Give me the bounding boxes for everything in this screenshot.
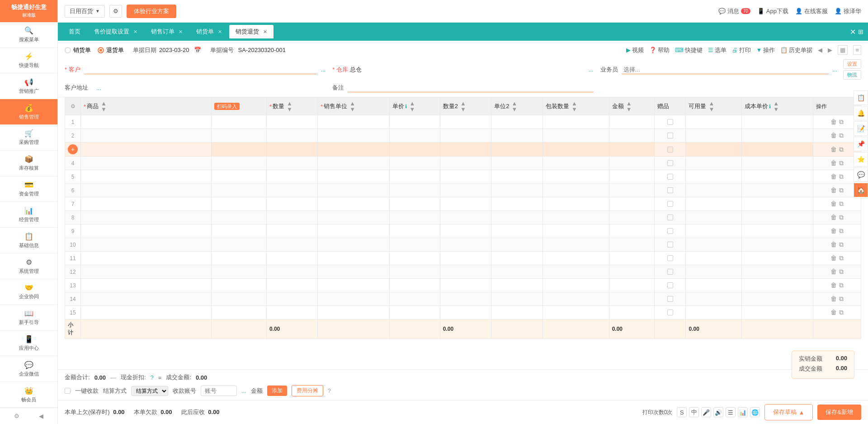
delete-row-icon[interactable]: 🗑: [830, 173, 837, 181]
amount-cell[interactable]: [609, 143, 655, 157]
product-input[interactable]: [84, 146, 208, 152]
available-cell[interactable]: [686, 197, 742, 211]
close-tab-icon[interactable]: ✕: [263, 29, 267, 35]
amount-cell[interactable]: [609, 279, 655, 292]
pkg-qty-cell[interactable]: [542, 197, 609, 211]
list-view-icon[interactable]: ≡: [853, 45, 861, 55]
right-tool-2[interactable]: 🔔: [854, 106, 868, 120]
available-cell[interactable]: [686, 224, 742, 238]
amount-cell[interactable]: [609, 252, 655, 265]
unit-cell[interactable]: [318, 279, 390, 292]
price-cell[interactable]: [390, 143, 440, 157]
pkg-qty-cell[interactable]: [542, 184, 609, 197]
pkg-qty-cell[interactable]: [542, 306, 609, 319]
sidebar-item-apps[interactable]: 📱 应用中心: [0, 331, 57, 357]
collapse-icon[interactable]: ◀: [39, 413, 43, 419]
qty-cell[interactable]: [266, 129, 317, 143]
copy-row-icon[interactable]: ⧉: [839, 132, 844, 139]
product-cell[interactable]: [81, 238, 212, 252]
customer-dots[interactable]: ...: [321, 66, 326, 73]
remark-input[interactable]: [348, 83, 593, 92]
unit2-cell[interactable]: [491, 279, 543, 292]
toolbar-icon-7[interactable]: 🌐: [750, 407, 760, 417]
close-tab-icon[interactable]: ✕: [133, 29, 137, 35]
grid-view-icon[interactable]: ▦: [838, 45, 848, 55]
unit2-cell[interactable]: [491, 129, 543, 143]
add-payment-btn[interactable]: 添加: [267, 386, 287, 396]
product-cell[interactable]: [81, 252, 212, 265]
copy-row-icon[interactable]: ⧉: [839, 173, 844, 181]
qty2-sort[interactable]: ▲▼: [460, 100, 466, 112]
amount-cell[interactable]: [609, 306, 655, 319]
qty2-cell[interactable]: [440, 197, 491, 211]
cost-price-cell[interactable]: [742, 224, 813, 238]
price-cell[interactable]: [390, 238, 440, 252]
amount-cell[interactable]: [609, 170, 655, 184]
unit2-cell[interactable]: [491, 306, 543, 319]
gift-checkbox[interactable]: [667, 255, 673, 261]
app-download-nav-item[interactable]: 📱 App下载: [757, 7, 788, 15]
maximize-icon[interactable]: ⊞: [858, 28, 863, 35]
qty2-cell[interactable]: [440, 157, 491, 170]
available-cell[interactable]: [686, 184, 742, 197]
copy-row-icon[interactable]: ⧉: [839, 254, 844, 262]
copy-row-icon[interactable]: ⧉: [839, 200, 844, 208]
dots-icon[interactable]: ...: [241, 387, 246, 394]
message-nav-item[interactable]: 💬 消息 70: [718, 7, 750, 15]
tab-home[interactable]: 首页: [62, 25, 87, 38]
qty-cell[interactable]: [266, 306, 317, 319]
delete-row-icon[interactable]: 🗑: [830, 132, 837, 139]
cost-sort[interactable]: ▲▼: [773, 100, 779, 112]
price-cell[interactable]: [390, 211, 440, 224]
amount-cell[interactable]: [609, 157, 655, 170]
product-cell[interactable]: [81, 211, 212, 224]
price-sort[interactable]: ▲▼: [409, 100, 415, 112]
fee-split-btn[interactable]: 费用分摊: [292, 385, 323, 396]
product-cell[interactable]: [81, 129, 212, 143]
sidebar-item-guide[interactable]: 📖 新手引导: [0, 305, 57, 331]
copy-row-icon[interactable]: ⧉: [839, 227, 844, 235]
delete-row-icon[interactable]: 🗑: [830, 268, 837, 276]
product-cell[interactable]: [81, 143, 212, 157]
gift-checkbox[interactable]: [667, 282, 673, 288]
right-tool-7[interactable]: 🏠: [854, 183, 868, 197]
unit-cell[interactable]: [318, 292, 390, 306]
sidebar-item-wechat[interactable]: 💬 企业微信: [0, 356, 57, 382]
unit-cell[interactable]: [318, 115, 390, 129]
delete-row-icon[interactable]: 🗑: [830, 295, 837, 303]
delete-row-icon[interactable]: 🗑: [830, 281, 837, 289]
unit2-cell[interactable]: [491, 292, 543, 306]
qty-cell[interactable]: [266, 197, 317, 211]
customer-input[interactable]: [84, 65, 317, 74]
qty2-cell[interactable]: [440, 115, 491, 129]
amount-cell[interactable]: [609, 129, 655, 143]
toolbar-icon-2[interactable]: 中: [689, 407, 699, 417]
unit-cell[interactable]: [318, 170, 390, 184]
pkg-qty-cell[interactable]: [542, 224, 609, 238]
cost-price-cell[interactable]: [742, 292, 813, 306]
gift-checkbox[interactable]: [667, 269, 673, 275]
sidebar-item-basics[interactable]: 📋 基础信息: [0, 228, 57, 253]
operation-btn[interactable]: ▼ 操作: [756, 46, 775, 54]
salesperson-input[interactable]: [622, 65, 829, 74]
cost-price-cell[interactable]: [742, 197, 813, 211]
qty-cell[interactable]: [266, 238, 317, 252]
tab-price-extract[interactable]: 售价提取设置 ✕: [88, 25, 144, 38]
copy-row-icon[interactable]: ⧉: [839, 309, 844, 316]
amount-cell[interactable]: [609, 224, 655, 238]
cost-price-cell[interactable]: [742, 170, 813, 184]
copy-row-icon[interactable]: ⧉: [839, 268, 844, 276]
delete-row-icon[interactable]: 🗑: [830, 254, 837, 262]
product-cell[interactable]: [81, 265, 212, 279]
user-nav-item[interactable]: 👤 徐泽华: [835, 7, 861, 15]
amount-cell[interactable]: [609, 265, 655, 279]
unit2-cell[interactable]: [491, 252, 543, 265]
radio-return-bill[interactable]: 退货单: [98, 46, 124, 54]
toolbar-icon-6[interactable]: 📊: [738, 407, 748, 417]
calendar-icon[interactable]: 📅: [194, 47, 201, 53]
unit2-cell[interactable]: [491, 197, 543, 211]
help-btn[interactable]: ❓ 帮助: [649, 46, 670, 54]
history-btn[interactable]: 📋 历史单据: [780, 46, 812, 54]
topnav-settings-button[interactable]: ⚙: [109, 5, 122, 18]
gift-checkbox[interactable]: [667, 310, 673, 315]
